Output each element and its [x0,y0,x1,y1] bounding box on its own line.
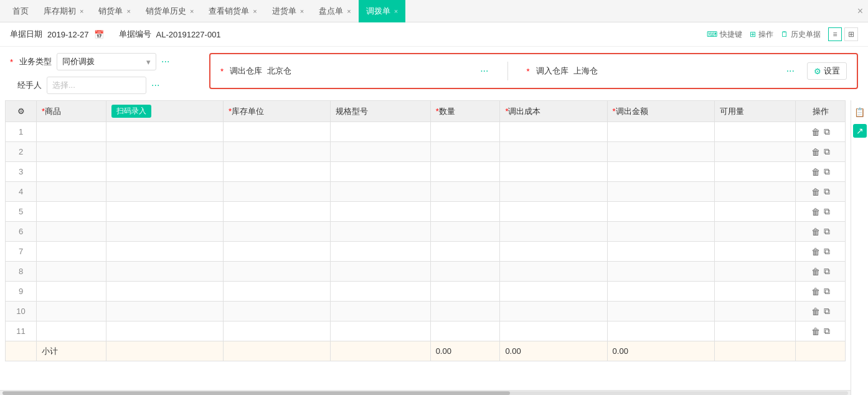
copy-icon[interactable]: ⧉ [824,326,830,336]
table-row: 5 🗑⧉ [6,202,846,222]
more-options-icon[interactable]: ··· [161,56,169,67]
copy-icon[interactable]: ⧉ [824,226,830,237]
calendar-icon[interactable]: 📅 [94,30,104,39]
document-header: 单据日期 2019-12-27 📅 单据编号 AL-20191227-001 ⌨… [0,22,868,47]
tab-purchase[interactable]: 进货单 × [265,0,311,22]
warehouse-in-more-icon[interactable]: ··· [786,65,795,77]
close-icon[interactable]: × [80,7,83,15]
subtotal-amount: 0.00 [607,341,714,361]
table-container[interactable]: ⚙ *商品 扫码录入 *库存单位 [5,100,846,390]
content-body: ⚙ *商品 扫码录入 *库存单位 [0,100,868,395]
delete-icon[interactable]: 🗑 [811,227,820,237]
table-row: 8 🗑⧉ [6,262,846,282]
tab-stocktaking[interactable]: 盘点单 × [311,0,358,22]
close-icon[interactable]: × [300,7,304,15]
delete-icon[interactable]: 🗑 [811,207,820,217]
operations-button[interactable]: ⊞ 操作 [750,29,773,40]
subtotal-label: 小计 [37,341,106,361]
delete-icon[interactable]: 🗑 [811,247,820,257]
copy-icon[interactable]: ⧉ [824,206,830,217]
copy-icon[interactable]: ⧉ [824,186,830,197]
header-actions: ⌨ 快捷键 ⊞ 操作 🗒 历史单据 ≡ ⊞ [707,27,858,41]
th-product: *商品 [37,101,106,122]
keyboard-icon: ⌨ [707,30,717,39]
form-left: * 业务类型 同价调拨 ▾ ··· 经手人 选择... ··· [10,53,197,94]
operator-select[interactable]: 选择... [47,77,146,94]
right-sidebar: 📋 ↗ [851,100,868,395]
divider [507,62,508,80]
business-type-select[interactable]: 同价调拨 ▾ [57,53,156,70]
settings-button[interactable]: ⚙ 设置 [807,62,847,80]
delete-icon[interactable]: 🗑 [811,147,820,157]
tab-bar: 首页 库存期初 × 销货单 × 销货单历史 × 查看销货单 × 进货单 × 盘点… [0,0,868,22]
list-view-button[interactable]: ≡ [828,27,842,41]
warehouse-out-more-icon[interactable]: ··· [480,65,488,77]
tab-sales-order[interactable]: 销货单 × [91,0,138,22]
table-row: 7 🗑⧉ [6,242,846,262]
copy-icon[interactable]: ⧉ [824,246,830,257]
subtotal-row: 小计 0.00 0.00 0.00 [6,341,846,361]
shortcuts-button[interactable]: ⌨ 快捷键 [707,29,742,40]
tab-view-sales[interactable]: 查看销货单 × [201,0,264,22]
th-quantity: *数量 [430,101,500,122]
subtotal-cost: 0.00 [500,341,607,361]
doc-number-value: AL-20191227-001 [156,30,221,39]
date-field: 单据日期 2019-12-27 📅 [10,29,104,40]
items-table: ⚙ *商品 扫码录入 *库存单位 [5,100,846,361]
delete-icon[interactable]: 🗑 [811,187,820,197]
content-main: ⚙ *商品 扫码录入 *库存单位 [0,100,851,395]
warehouse-section: * 调出仓库 北京仓 ··· * 调入仓库 上海仓 ··· ⚙ 设置 [209,53,858,89]
copy-icon[interactable]: ⧉ [824,306,830,316]
gear-icon: ⚙ [17,107,25,116]
table-row: 1 🗑⧉ [6,122,846,142]
grid-view-button[interactable]: ⊞ [844,27,858,41]
warehouse-out-value: 北京仓 [267,65,291,77]
th-cost: *调出成本 [500,101,607,122]
history-button[interactable]: 🗒 历史单据 [781,29,821,40]
th-spec: 规格型号 [331,101,430,122]
chevron-down-icon: ▾ [146,57,151,67]
close-icon[interactable]: × [126,7,130,15]
close-icon[interactable]: × [190,7,194,15]
copy-icon[interactable]: ⧉ [824,126,830,137]
delete-icon[interactable]: 🗑 [811,326,820,336]
gear-icon: ⚙ [814,67,821,76]
scan-button[interactable]: 扫码录入 [111,105,151,118]
delete-icon[interactable]: 🗑 [811,267,820,277]
tab-home[interactable]: 首页 [5,0,36,22]
date-value: 2019-12-27 [47,30,89,39]
operator-more-icon[interactable]: ··· [151,80,159,91]
warehouse-in-group: * 调入仓库 上海仓 ··· [527,65,795,77]
view-toggle: ≡ ⊞ [828,27,858,41]
delete-icon[interactable]: 🗑 [811,287,820,297]
th-gear[interactable]: ⚙ [6,101,37,122]
table-row: 6 🗑⧉ [6,222,846,242]
delete-icon[interactable]: 🗑 [811,127,820,137]
copy-icon[interactable]: ⧉ [824,266,830,277]
close-icon[interactable]: × [394,7,398,15]
delete-icon[interactable]: 🗑 [811,307,820,316]
subtotal-quantity: 0.00 [430,341,500,361]
warehouse-out-group: * 调出仓库 北京仓 ··· [220,65,489,77]
close-icon[interactable]: × [253,7,257,15]
horizontal-scrollbar[interactable] [0,390,851,395]
th-scan: 扫码录入 [106,101,223,122]
th-unit: *库存单位 [224,101,331,122]
tab-sales-history[interactable]: 销货单历史 × [138,0,201,22]
th-amount: *调出金额 [607,101,714,122]
copy-icon[interactable]: ⧉ [824,166,830,177]
table-row: 9 🗑⧉ [6,282,846,302]
close-window-button[interactable]: × [857,6,863,17]
copy-icon[interactable]: ⧉ [824,286,830,297]
tab-transfer[interactable]: 调拨单 × [359,0,405,22]
close-icon[interactable]: × [347,7,351,15]
history-icon: 🗒 [781,30,788,39]
tab-inventory-init[interactable]: 库存期初 × [36,0,91,22]
form-section: * 业务类型 同价调拨 ▾ ··· 经手人 选择... ··· [0,47,868,100]
delete-icon[interactable]: 🗑 [811,167,820,177]
table-row: 10 🗑⧉ [6,302,846,321]
copy-icon[interactable]: ⧉ [824,146,830,157]
table-row: 4 🗑⧉ [6,182,846,202]
export-icon[interactable]: ↗ [853,124,867,138]
notes-icon[interactable]: 📋 [853,105,867,119]
